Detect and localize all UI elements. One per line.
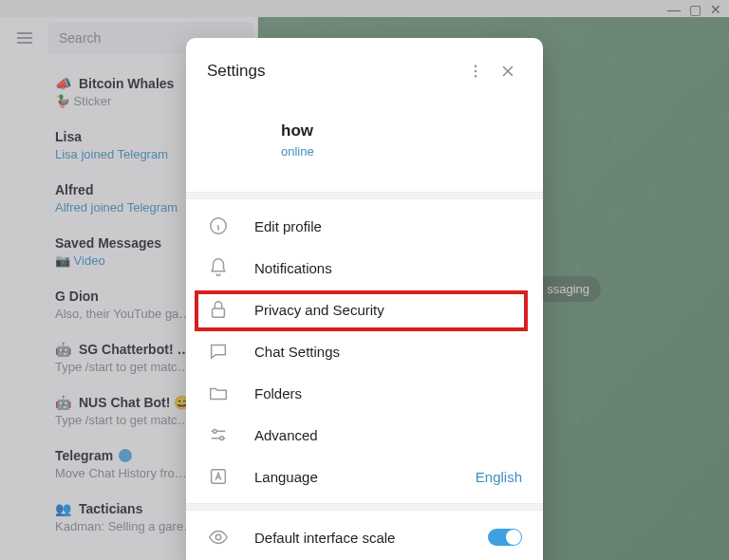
svg-point-6 <box>220 437 224 440</box>
info-icon <box>207 215 230 237</box>
svg-point-0 <box>475 65 477 67</box>
divider <box>186 503 543 511</box>
scale-toggle[interactable] <box>488 529 522 546</box>
settings-item-label: Edit profile <box>254 218 522 234</box>
settings-item-label: Notifications <box>254 260 522 276</box>
sliders-icon <box>207 423 230 446</box>
lang-icon <box>207 465 230 488</box>
settings-item-label: Folders <box>254 385 522 401</box>
avatar[interactable] <box>207 110 266 169</box>
scale-toggle-row[interactable]: Default interface scale <box>186 516 543 558</box>
divider <box>186 192 543 199</box>
settings-item-value: English <box>476 469 522 485</box>
scale-label: Default interface scale <box>254 530 463 546</box>
settings-modal: Settings how online Edit profileNotifica… <box>186 38 543 560</box>
settings-item-edit[interactable]: Edit profile <box>186 205 543 247</box>
settings-item-label: Language <box>254 469 451 485</box>
svg-point-2 <box>475 75 477 77</box>
profile-status: online <box>281 144 314 159</box>
svg-point-5 <box>214 430 217 434</box>
settings-item-notif[interactable]: Notifications <box>186 247 543 289</box>
close-button[interactable] <box>492 55 524 87</box>
settings-item-label: Chat Settings <box>254 344 522 360</box>
settings-item-privacy[interactable]: Privacy and Security <box>186 289 543 330</box>
lock-icon <box>207 298 230 321</box>
close-icon <box>499 63 516 80</box>
settings-item-lang[interactable]: LanguageEnglish <box>186 456 543 497</box>
svg-point-8 <box>215 534 221 540</box>
settings-menu: Edit profileNotificationsPrivacy and Sec… <box>186 199 543 503</box>
more-button[interactable] <box>459 55 492 87</box>
modal-title: Settings <box>207 62 459 81</box>
bell-icon <box>207 256 230 279</box>
chat-icon <box>207 340 230 363</box>
settings-item-advanced[interactable]: Advanced <box>186 414 543 456</box>
svg-point-1 <box>475 70 477 72</box>
folder-icon <box>207 382 230 404</box>
svg-rect-4 <box>213 308 225 317</box>
settings-item-chat[interactable]: Chat Settings <box>186 330 543 372</box>
settings-item-folders[interactable]: Folders <box>186 372 543 414</box>
settings-item-label: Advanced <box>254 427 522 443</box>
profile-name: how <box>281 121 314 140</box>
settings-item-label: Privacy and Security <box>254 302 522 318</box>
kebab-icon <box>467 63 484 80</box>
eye-icon <box>207 526 230 549</box>
